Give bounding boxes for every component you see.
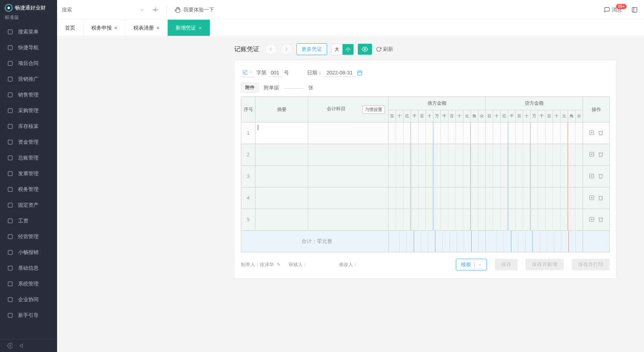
sidebar-item-13[interactable]: 经营管理 [0,229,57,245]
digit-header: 百 [546,110,553,122]
more-voucher-button[interactable]: 更多凭证 [296,43,327,55]
amount-cell[interactable] [486,122,583,144]
delete-row-icon[interactable] [598,153,603,158]
attach-count-input[interactable] [284,87,303,89]
tab-1[interactable]: 税务申报× [83,20,126,36]
save-button[interactable]: 保存 [495,259,518,270]
save-add-button[interactable]: 保存并新增 [526,259,564,270]
subject-cell[interactable] [308,144,389,166]
add-row-icon[interactable] [589,174,594,180]
gear-icon[interactable] [149,7,162,13]
svg-rect-12 [8,219,13,223]
digit-header: 亿 [403,110,411,122]
subject-cell[interactable] [308,122,389,144]
amount-cell[interactable] [486,231,583,252]
voucher-type-select[interactable]: 记 [241,68,255,77]
delete-row-icon[interactable] [598,196,603,202]
tab-0[interactable]: 首页 [57,20,83,36]
amount-cell[interactable] [389,122,486,144]
tab-3[interactable]: 新增凭证× [168,20,210,36]
sidebar-item-5[interactable]: 采购管理 [0,103,57,119]
sidebar-item-11[interactable]: 固定资产 [0,197,57,213]
summary-cell[interactable] [255,166,308,187]
prev-button[interactable] [265,43,277,55]
summary-cell[interactable] [255,144,308,166]
size-small-button[interactable]: 小 [342,44,353,55]
digit-header: 百 [448,110,456,122]
amount-cell[interactable] [389,166,486,187]
search-box [62,4,144,15]
subject-cell[interactable] [308,166,389,187]
amount-cell[interactable] [486,209,583,231]
summary-cell[interactable] [255,209,308,231]
search-input[interactable] [62,4,140,15]
date-input[interactable]: 2022-08-31 [324,69,355,77]
size-large-button[interactable]: 大 [331,44,342,55]
add-row-icon[interactable] [589,196,594,202]
sidebar-item-12[interactable]: 工资 [0,213,57,229]
panel-icon[interactable] [630,7,639,13]
preview-button[interactable] [358,44,372,55]
save-print-button[interactable]: 保存并打印 [572,259,610,270]
settings-icon[interactable] [7,343,13,349]
attach-button[interactable]: 附件 [241,83,259,93]
try-button[interactable]: 我要体验一下 [172,6,217,13]
delete-row-icon[interactable] [598,131,603,137]
sidebar-item-9[interactable]: 发票管理 [0,166,57,182]
habit-button[interactable]: 习惯设置 [362,106,385,114]
amount-cell[interactable] [486,166,583,187]
amount-cell[interactable] [389,231,486,252]
th-summary: 摘要 [255,97,308,122]
summary-cell[interactable] [255,187,308,209]
sidebar-item-2[interactable]: 项目合同 [0,56,57,71]
add-row-icon[interactable] [589,218,594,223]
sidebar-item-4[interactable]: 销售管理 [0,87,57,103]
svg-point-23 [364,48,366,50]
sidebar-item-18[interactable]: 新手引导 [0,308,57,323]
amount-cell[interactable] [389,187,486,209]
add-row-icon[interactable] [589,153,594,158]
message-button[interactable]: 消息 99+ [601,6,625,13]
svg-rect-15 [8,266,13,270]
delete-row-icon[interactable] [598,174,603,180]
sidebar-item-10[interactable]: 税务管理 [0,182,57,197]
digit-header: 百 [486,110,493,122]
edit-icon[interactable]: ✎ [277,262,281,267]
sidebar-item-0[interactable]: 搜索菜单 [0,24,57,40]
amount-cell[interactable] [486,144,583,166]
amount-cell[interactable] [486,187,583,209]
digit-header: 百 [516,110,523,122]
sidebar-item-14[interactable]: 小畅报销 [0,245,57,260]
sidebar-item-7[interactable]: 资金管理 [0,134,57,150]
next-button[interactable] [281,43,292,55]
sidebar-item-15[interactable]: 基础信息 [0,260,57,276]
amount-cell[interactable] [389,144,486,166]
subject-cell[interactable] [308,209,389,231]
nav-label: 工资 [18,217,28,224]
sidebar-item-8[interactable]: 总账管理 [0,150,57,166]
add-row-icon[interactable] [589,131,594,137]
summary-cell[interactable] [255,122,308,144]
amount-cell[interactable] [389,209,486,231]
digit-header: 百 [389,110,396,122]
template-button[interactable]: 模板 [456,259,487,270]
delete-row-icon[interactable] [598,218,603,223]
sidebar-item-1[interactable]: 快捷导航 [0,40,57,56]
voucher-number-input[interactable]: 001 [268,69,282,77]
tab-close-icon[interactable]: × [156,25,159,31]
calendar-icon[interactable] [357,70,363,76]
nav-icon [7,186,13,193]
sidebar-item-3[interactable]: 营销推广 [0,71,57,87]
sidebar-item-16[interactable]: 系统管理 [0,276,57,292]
subject-cell[interactable] [308,187,389,209]
tab-2[interactable]: 税表清册× [126,20,168,36]
tab-close-icon[interactable]: × [114,25,117,31]
refresh-button[interactable]: 刷新 [376,46,393,53]
sidebar-item-6[interactable]: 库存核算 [0,119,57,134]
svg-rect-5 [8,109,13,113]
nav-label: 搜索菜单 [18,28,39,35]
tab-close-icon[interactable]: × [198,25,202,31]
sound-icon[interactable] [20,343,26,349]
search-dropdown-icon[interactable] [140,7,144,12]
sidebar-item-17[interactable]: 企业协同 [0,292,57,308]
